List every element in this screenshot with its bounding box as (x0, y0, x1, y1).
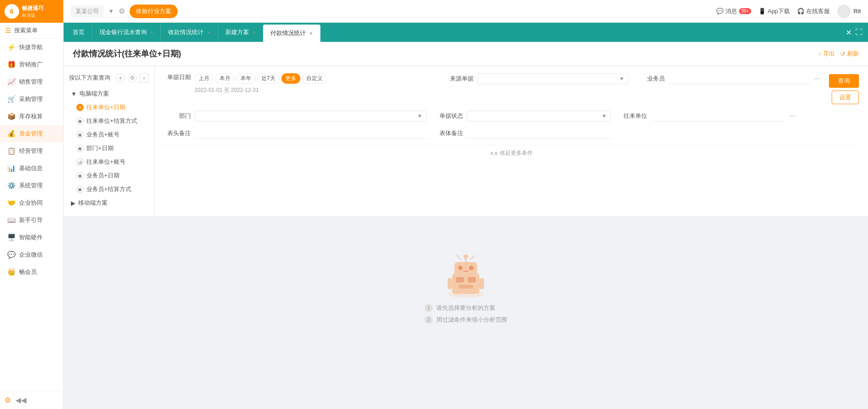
date-7days-btn[interactable]: 近7天 (257, 73, 279, 84)
sidebar-item-tutorial[interactable]: 📖 新手引导 (0, 212, 63, 229)
tab-payment-close[interactable]: × (309, 30, 312, 36)
online-service-btn[interactable]: 🎧 在线客服 (797, 7, 830, 15)
body-note-input[interactable] (467, 128, 611, 139)
sidebar-item-purchase[interactable]: 🛒 采购管理 (0, 91, 63, 108)
date-more-btn[interactable]: 更多 (281, 73, 300, 84)
tab-new-scheme[interactable]: 新建方案 × (218, 23, 263, 42)
sidebar-item-enterprise[interactable]: 🤝 企业协同 (0, 194, 63, 212)
date-custom-btn[interactable]: 自定义 (302, 73, 327, 84)
main-area: 某某公司 ▼ ⚙ 体验行业方案 💬 消息 99+ 📱 App下载 🎧 在线客服 … (64, 0, 868, 409)
company-selector[interactable]: 某某公司 (71, 5, 104, 17)
tab-close-all-icon[interactable]: ✕ (846, 28, 852, 37)
svg-rect-5 (454, 262, 477, 276)
query-btn[interactable]: 查询 (829, 74, 859, 88)
tip-num-1: 1 (424, 304, 433, 312)
scheme-group-text: 电脑端方案 (80, 90, 109, 98)
tutorial-icon: 📖 (7, 216, 15, 224)
sidebar-item-marketing[interactable]: 🎁 营销推广 (0, 56, 63, 73)
system-icon: ⚙️ (7, 182, 15, 190)
collapse-sidebar-icon[interactable]: ◀◀ (15, 396, 26, 404)
scheme-item-unit-payment[interactable]: ▦ 往来单位+结算方式 (64, 114, 154, 128)
scheme-item-label: 往来单位+账号 (86, 158, 125, 166)
user-name: Rit (853, 8, 861, 15)
tab-receipt[interactable]: 收款情况统计 × (161, 23, 218, 42)
sidebar-item-sales[interactable]: 📈 销售管理 (0, 73, 63, 91)
scheme-item-staff-date[interactable]: ▦ 业务员+日期 (64, 169, 154, 182)
inventory-icon: 📦 (7, 112, 15, 121)
scheme-item-staff-payment[interactable]: ▦ 业务员+结算方式 (64, 182, 154, 196)
tip-text-1: 请先选择要分析的方案 (436, 304, 495, 312)
user-profile[interactable]: Rit (837, 5, 861, 18)
status-select[interactable]: ▼ (467, 111, 611, 121)
header-note-input[interactable] (195, 128, 427, 139)
status-label: 单据状态 (436, 112, 463, 120)
sidebar-item-label: 销售管理 (19, 78, 43, 86)
search-menu[interactable]: ☰ 搜索菜单 (0, 23, 63, 39)
scheme-item-unit-account[interactable]: 📊 往来单位+账号 (64, 155, 154, 169)
sidebar-item-label: 企业微信 (19, 251, 43, 259)
date-last-month-btn[interactable]: 上月 (195, 73, 214, 84)
staff-more-btn[interactable]: ··· (814, 75, 820, 83)
sidebar-item-basic-info[interactable]: 📊 基础信息 (0, 160, 63, 177)
date-this-month-btn[interactable]: 本月 (215, 73, 234, 84)
industry-btn[interactable]: 体验行业方案 (130, 5, 178, 18)
message-label: 消息 (725, 7, 737, 15)
sidebar-item-system[interactable]: ⚙️ 系统管理 (0, 177, 63, 194)
staff-input[interactable] (668, 73, 810, 84)
tab-receipt-label: 收款情况统计 (168, 28, 204, 36)
export-icon: ↑ (818, 50, 822, 57)
tab-bank[interactable]: 现金银行流水查询 × (92, 23, 161, 42)
company-dropdown-icon[interactable]: ▼ (108, 8, 114, 15)
scheme-group-desktop-label[interactable]: ▼ 电脑端方案 (64, 87, 154, 101)
message-btn[interactable]: 💬 消息 99+ (716, 7, 751, 15)
scheme-collapse-btn[interactable]: « (140, 73, 149, 82)
sidebar-item-operations[interactable]: 📋 经营管理 (0, 142, 63, 160)
partner-more-btn[interactable]: ··· (789, 112, 795, 120)
partner-input[interactable] (651, 111, 785, 121)
topbar-left: 某某公司 ▼ ⚙ 体验行业方案 (71, 5, 178, 18)
add-scheme-btn[interactable]: + (116, 73, 125, 82)
scheme-group-arrow: ▼ (71, 91, 77, 97)
sidebar-item-finance[interactable]: 💰 资金管理 (0, 125, 63, 142)
source-select[interactable]: ▼ (477, 73, 629, 84)
app-download-btn[interactable]: 📱 App下载 (758, 7, 790, 15)
tab-expand-icon[interactable]: ⛶ (855, 28, 863, 36)
scheme-item-icon: ▦ (76, 172, 84, 179)
tab-receipt-close[interactable]: × (207, 30, 210, 35)
refresh-btn[interactable]: ↺ 刷新 (840, 50, 859, 58)
tip-text-2: 用过滤条件来缩小分析范围 (436, 316, 507, 324)
sidebar-item-hardware[interactable]: 🖥️ 智能硬件 (0, 229, 63, 246)
collapse-bar[interactable]: ∧∧ 收起更多条件 (164, 145, 859, 161)
filter-form: 单据日期 上月 本月 本年 近7天 更多 自定义 2022-01-01 至 20… (155, 66, 868, 216)
filter-row-2: 部门 ▼ 单据状态 ▼ 往来单位 (164, 111, 859, 121)
source-label: 来源单据 (446, 75, 474, 83)
sidebar-item-wechat[interactable]: 💬 企业微信 (0, 246, 63, 263)
svg-rect-1 (452, 273, 479, 294)
scheme-item-dept-date[interactable]: ▦ 部门+日期 (64, 141, 154, 155)
sidebar-item-quick-nav[interactable]: ⚡ 快捷导航 (0, 39, 63, 56)
tab-home[interactable]: 首页 (65, 23, 92, 42)
quick-nav-icon: ⚡ (7, 43, 15, 51)
sidebar-item-inventory[interactable]: 📦 库存核算 (0, 108, 63, 125)
service-icon: 🎧 (797, 8, 804, 15)
scheme-item-label: 业务员+账号 (86, 131, 120, 139)
scheme-group-mobile-label[interactable]: ▶ 移动端方案 (64, 196, 154, 210)
scheme-item-staff-account[interactable]: ▦ 业务员+账号 (64, 128, 154, 141)
scheme-item-unit-date[interactable]: ● 往来单位+日期 (64, 101, 154, 114)
settings-gear-icon[interactable]: ⚙ (5, 396, 11, 404)
sidebar-item-member[interactable]: 👑 畅会员 (0, 263, 63, 281)
sidebar-item-label: 营销推广 (19, 61, 43, 69)
body-note-field: 表体备注 (436, 128, 611, 139)
tab-payment[interactable]: 付款情况统计 × (263, 25, 320, 42)
topbar-settings-icon[interactable]: ⚙ (119, 7, 125, 15)
settings-btn[interactable]: 设置 (832, 91, 859, 104)
tab-new-scheme-close[interactable]: × (253, 30, 255, 35)
empty-tip-2: 2 用过滤条件来缩小分析范围 (424, 316, 507, 324)
sidebar-item-label: 系统管理 (19, 182, 43, 190)
export-btn[interactable]: ↑ 导出 (818, 50, 835, 58)
date-this-year-btn[interactable]: 本年 (236, 73, 255, 84)
tab-bank-close[interactable]: × (150, 30, 153, 35)
dept-chevron-icon: ▼ (417, 113, 423, 119)
scheme-settings-btn[interactable]: ⚙ (128, 73, 137, 82)
dept-select[interactable]: ▼ (195, 111, 427, 121)
